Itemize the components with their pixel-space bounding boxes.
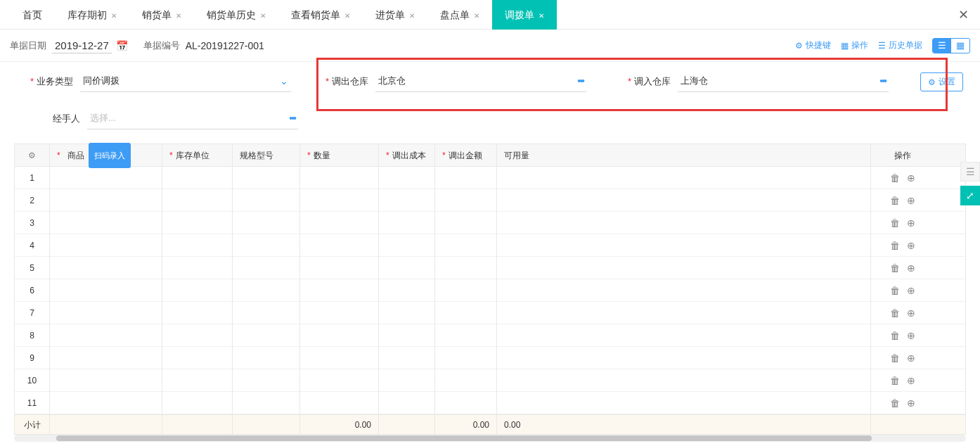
cell-amount[interactable] [435,279,497,302]
tab-sales-order[interactable]: 销货单✕ [129,0,194,30]
cell-amount[interactable] [435,392,497,414]
cell-qty[interactable] [300,279,379,302]
cell-qty[interactable] [300,302,379,324]
close-all-icon[interactable]: ✕ [958,7,969,23]
add-icon[interactable]: ⊕ [907,167,915,189]
history-link[interactable]: ☰历史单据 [878,39,922,51]
cell-unit[interactable] [162,392,233,414]
add-icon[interactable]: ⊕ [907,257,915,279]
add-icon[interactable]: ⊕ [907,212,915,234]
delete-icon[interactable]: 🗑 [890,324,900,347]
tab-view-sales[interactable]: 查看销货单✕ [278,0,363,30]
cell-spec[interactable] [233,324,300,347]
delete-icon[interactable]: 🗑 [890,369,900,392]
table-row[interactable]: 8🗑⊕ [15,324,965,347]
cell-cost[interactable] [379,302,435,324]
table-row[interactable]: 5🗑⊕ [15,257,965,279]
cell-available[interactable] [497,302,871,324]
tab-sales-history[interactable]: 销货单历史✕ [194,0,278,30]
add-icon[interactable]: ⊕ [907,234,915,257]
table-row[interactable]: 10🗑⊕ [15,369,965,392]
calendar-icon[interactable]: 📅 [116,40,128,51]
close-icon[interactable]: ✕ [176,12,181,20]
view-list-icon[interactable]: ☰ [933,39,951,53]
cell-unit[interactable] [162,302,233,324]
delete-icon[interactable]: 🗑 [890,392,900,414]
close-icon[interactable]: ✕ [539,12,544,20]
out-warehouse-field[interactable]: *调出仓库 北京仓••• [318,70,620,92]
handler-field[interactable]: 经手人 选择...••• [22,108,318,129]
close-icon[interactable]: ✕ [474,12,479,20]
cell-product[interactable] [50,369,162,392]
dock-expand-button[interactable]: ⤢ [960,186,980,205]
cell-spec[interactable] [233,167,300,189]
delete-icon[interactable]: 🗑 [890,257,900,279]
cell-amount[interactable] [435,212,497,234]
tab-inventory-init[interactable]: 库存期初✕ [55,0,129,30]
scan-badge[interactable]: 扫码录入 [89,143,131,168]
tab-transfer[interactable]: 调拨单✕ [492,0,557,30]
cell-available[interactable] [497,257,871,279]
add-icon[interactable]: ⊕ [907,324,915,347]
cell-available[interactable] [497,234,871,257]
cell-product[interactable] [50,302,162,324]
more-icon[interactable]: ••• [577,75,584,87]
cell-spec[interactable] [233,302,300,324]
delete-icon[interactable]: 🗑 [890,212,900,234]
cell-available[interactable] [497,392,871,414]
close-icon[interactable]: ✕ [260,12,266,20]
cell-available[interactable] [497,167,871,189]
table-row[interactable]: 7🗑⊕ [15,302,965,324]
table-row[interactable]: 1🗑⊕ [15,167,965,189]
table-row[interactable]: 6🗑⊕ [15,279,965,302]
cell-unit[interactable] [162,234,233,257]
cell-product[interactable] [50,212,162,234]
cell-qty[interactable] [300,212,379,234]
cell-qty[interactable] [300,167,379,189]
cell-available[interactable] [497,212,871,234]
tab-purchase[interactable]: 进货单✕ [363,0,427,30]
in-warehouse-field[interactable]: *调入仓库 上海仓••• [620,70,922,92]
cell-cost[interactable] [379,212,435,234]
cell-cost[interactable] [379,257,435,279]
cell-unit[interactable] [162,212,233,234]
add-icon[interactable]: ⊕ [907,392,915,414]
table-row[interactable]: 9🗑⊕ [15,347,965,369]
add-icon[interactable]: ⊕ [907,347,915,369]
tab-stocktake[interactable]: 盘点单✕ [427,0,492,30]
cell-unit[interactable] [162,189,233,212]
add-icon[interactable]: ⊕ [907,369,915,392]
cell-cost[interactable] [379,392,435,414]
cell-qty[interactable] [300,189,379,212]
chevron-down-icon[interactable]: ⌄ [280,75,288,87]
cell-available[interactable] [497,369,871,392]
delete-icon[interactable]: 🗑 [890,167,900,189]
delete-icon[interactable]: 🗑 [890,189,900,212]
cell-available[interactable] [497,324,871,347]
gear-column[interactable]: ⚙ [15,144,50,167]
add-icon[interactable]: ⊕ [907,189,915,212]
table-row[interactable]: 4🗑⊕ [15,234,965,257]
delete-icon[interactable]: 🗑 [890,279,900,302]
cell-amount[interactable] [435,324,497,347]
cell-product[interactable] [50,189,162,212]
cell-spec[interactable] [233,347,300,369]
cell-spec[interactable] [233,392,300,414]
cell-amount[interactable] [435,347,497,369]
cell-available[interactable] [497,189,871,212]
delete-icon[interactable]: 🗑 [890,234,900,257]
more-icon[interactable]: ••• [289,113,295,124]
table-row[interactable]: 3🗑⊕ [15,212,965,234]
table-row[interactable]: 2🗑⊕ [15,189,965,212]
cell-product[interactable] [50,392,162,414]
delete-icon[interactable]: 🗑 [890,302,900,324]
cell-cost[interactable] [379,279,435,302]
cell-amount[interactable] [435,302,497,324]
add-icon[interactable]: ⊕ [907,302,915,324]
cell-amount[interactable] [435,167,497,189]
scrollbar-thumb[interactable] [56,435,872,441]
action-link[interactable]: ▦操作 [841,39,868,51]
cell-spec[interactable] [233,257,300,279]
cell-product[interactable] [50,324,162,347]
cell-spec[interactable] [233,189,300,212]
